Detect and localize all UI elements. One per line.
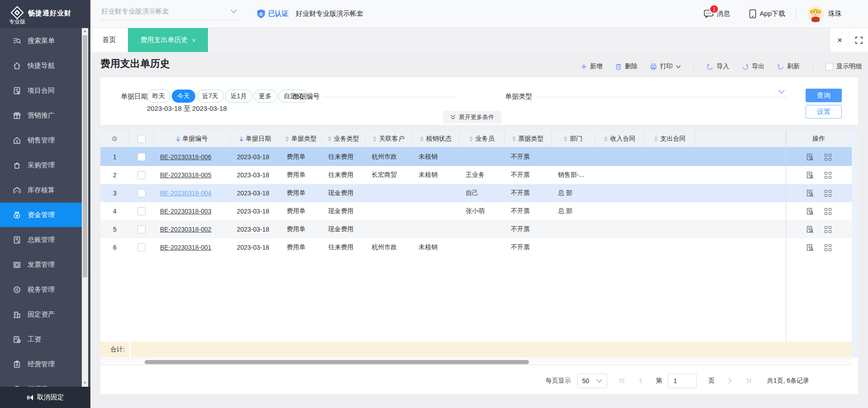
doc-search-icon[interactable] xyxy=(806,171,814,179)
sort-icon[interactable] xyxy=(176,136,180,142)
pill-last-month[interactable]: 近1月 xyxy=(225,90,252,103)
row-checkbox[interactable] xyxy=(137,189,146,197)
doc-search-icon[interactable] xyxy=(806,244,814,251)
table-row[interactable]: 2 BE-20230318-005 2023-03-18 费用单 往来费用 长宏… xyxy=(100,166,858,184)
pill-today[interactable]: 今天 xyxy=(172,90,195,103)
row-checkbox[interactable] xyxy=(137,207,146,215)
account-book-select[interactable]: 好业财专业版演示帐套 xyxy=(100,7,240,20)
header-bill-type[interactable]: 票据类型 xyxy=(505,130,552,147)
export-button[interactable]: 导出 xyxy=(742,62,764,71)
grid-menu-icon[interactable] xyxy=(825,208,831,215)
doc-type-select[interactable] xyxy=(535,85,787,97)
table-vertical-scroll-strip[interactable] xyxy=(852,130,858,358)
sidebar-item-fixed-assets[interactable]: 固定资产 xyxy=(0,302,82,327)
new-button[interactable]: 新增 xyxy=(581,62,603,71)
horizontal-scrollbar-thumb[interactable] xyxy=(145,360,529,364)
grid-menu-icon[interactable] xyxy=(825,154,831,161)
checkbox-icon[interactable] xyxy=(137,135,146,143)
doc-search-icon[interactable] xyxy=(806,190,814,197)
sidebar-item-general-ledger[interactable]: ¥ 总账管理 xyxy=(0,228,82,252)
sort-icon[interactable] xyxy=(469,136,473,142)
expand-more-filters-button[interactable]: 展开更多条件 xyxy=(443,111,501,123)
table-row[interactable]: 1 BE-20230318-006 2023-03-18 费用单 往来费用 杭州… xyxy=(100,148,858,166)
tab-expense-history[interactable]: 费用支出单历史 × xyxy=(128,28,208,52)
scroll-down-icon[interactable]: ▼ xyxy=(82,381,88,385)
unpin-sidebar-button[interactable]: 取消固定 xyxy=(0,387,90,408)
messages-button[interactable]: 消息 1 xyxy=(704,9,730,18)
grid-menu-icon[interactable] xyxy=(825,190,831,197)
sort-icon[interactable] xyxy=(328,136,331,142)
sidebar-item-partial[interactable]: 好报税 xyxy=(0,377,82,387)
sidebar-item-search-menu[interactable]: 搜索菜单 xyxy=(0,28,82,53)
close-tab-button[interactable]: × xyxy=(830,28,849,52)
header-doc-type[interactable]: 单据类型 xyxy=(280,130,322,147)
sidebar-item-project-contract[interactable]: 项目合同 xyxy=(0,78,82,103)
column-settings-button[interactable]: ⚙ xyxy=(100,130,129,147)
show-detail-checkbox[interactable]: 显示明细 xyxy=(826,62,862,71)
table-row[interactable]: 5 BE-20230318-002 2023-03-18 费用单 现金费用 不开… xyxy=(100,220,858,238)
pill-more[interactable]: 更多 xyxy=(254,90,277,103)
header-doc-date[interactable]: 单据日期 xyxy=(231,130,280,147)
doc-search-icon[interactable] xyxy=(806,208,814,215)
sidebar-item-operations[interactable]: 经营管理 xyxy=(0,352,82,376)
tab-home[interactable]: 首页 xyxy=(90,28,128,52)
sidebar-item-tax[interactable]: 税 税务管理 xyxy=(0,277,82,302)
sort-icon[interactable] xyxy=(373,136,377,142)
avatar[interactable] xyxy=(807,6,824,22)
sort-icon[interactable] xyxy=(604,136,608,142)
doc-search-icon[interactable] xyxy=(806,226,814,233)
sidebar-item-inventory[interactable]: 库存核算 xyxy=(0,178,82,202)
grid-menu-icon[interactable] xyxy=(825,226,831,233)
header-customer[interactable]: 关联客户 xyxy=(365,130,412,147)
sidebar-item-sales[interactable]: $ 销售管理 xyxy=(0,128,82,152)
table-row[interactable]: 3 BE-20230318-004 2023-03-18 费用单 现金费用 自己… xyxy=(100,184,858,202)
row-checkbox[interactable] xyxy=(137,225,146,233)
pill-yesterday[interactable]: 昨天 xyxy=(147,90,170,103)
page-number-input[interactable] xyxy=(668,374,697,388)
table-row[interactable]: 6 BE-20230318-001 2023-03-18 费用单 往来费用 杭州… xyxy=(100,238,858,256)
horizontal-scrollbar[interactable] xyxy=(100,359,852,365)
scroll-up-icon[interactable]: ▲ xyxy=(82,29,88,33)
doc-search-icon[interactable] xyxy=(806,153,814,161)
print-button[interactable]: 打印 xyxy=(650,62,681,71)
sidebar-item-invoice[interactable]: 发票管理 xyxy=(0,252,82,277)
sidebar-item-funds[interactable]: 资金管理 xyxy=(0,203,82,227)
import-button[interactable]: 导入 xyxy=(707,62,729,71)
doc-no-input[interactable] xyxy=(323,85,457,97)
doc-no-link[interactable]: BE-20230318-005 xyxy=(160,171,212,179)
header-income-contract[interactable]: 收入合同 xyxy=(595,130,645,147)
settings-button[interactable]: 设置 xyxy=(806,105,842,119)
delete-button[interactable]: 删除 xyxy=(615,62,637,71)
table-row[interactable]: 4 BE-20230318-003 2023-03-18 费用单 现金费用 张小… xyxy=(100,202,858,220)
tab-close-icon[interactable]: × xyxy=(192,37,195,44)
doc-no-link[interactable]: BE-20230318-006 xyxy=(160,153,212,161)
sidebar-item-purchase[interactable]: 采购管理 xyxy=(0,153,82,177)
pill-last7days[interactable]: 近7天 xyxy=(197,90,224,103)
header-salesperson[interactable]: 业务员 xyxy=(459,130,505,147)
select-all-checkbox[interactable] xyxy=(129,130,154,147)
checkbox-icon[interactable] xyxy=(826,63,833,71)
app-download-button[interactable]: App下载 xyxy=(749,9,785,19)
header-biz-type[interactable]: 业务类型 xyxy=(322,130,365,147)
doc-no-link[interactable]: BE-20230318-001 xyxy=(160,244,212,251)
per-page-select[interactable]: 50 xyxy=(577,374,607,388)
header-verify-status[interactable]: 核销状态 xyxy=(412,130,459,147)
fullscreen-button[interactable] xyxy=(849,28,868,52)
doc-no-link[interactable]: BE-20230318-003 xyxy=(160,208,212,215)
grid-menu-icon[interactable] xyxy=(825,172,831,179)
prev-page-icon[interactable] xyxy=(637,377,644,384)
first-page-icon[interactable] xyxy=(619,377,626,384)
doc-no-link[interactable]: BE-20230318-002 xyxy=(160,226,212,233)
last-page-icon[interactable] xyxy=(745,377,752,384)
header-expense-contract[interactable]: 支出合同 xyxy=(645,130,695,147)
sidebar-item-payroll[interactable]: 工资 xyxy=(0,327,82,351)
sort-icon[interactable] xyxy=(564,136,567,142)
sort-icon[interactable] xyxy=(285,136,289,142)
sidebar-item-marketing[interactable]: 营销推广 xyxy=(0,103,82,128)
doc-no-link[interactable]: BE-20230318-004 xyxy=(160,190,212,197)
header-doc-no[interactable]: 单据编号 xyxy=(154,130,231,147)
query-button[interactable]: 查询 xyxy=(806,89,842,102)
row-checkbox[interactable] xyxy=(137,153,146,161)
grid-menu-icon[interactable] xyxy=(825,244,831,251)
sort-icon[interactable] xyxy=(240,136,243,142)
